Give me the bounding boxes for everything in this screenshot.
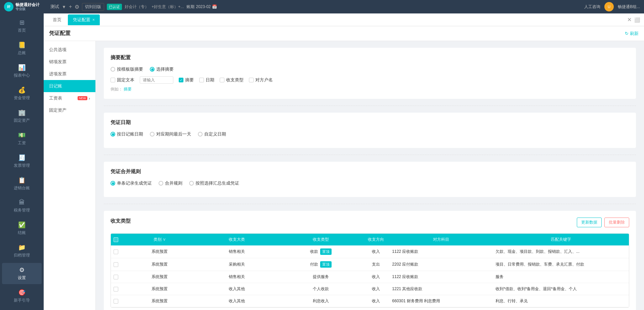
radio-single[interactable]: 单条记录生成凭证 [111,180,152,186]
table-row: 系统预置 销售相关 提供服务 收入 1122 应收账款 服务 [111,271,629,283]
left-nav-sales[interactable]: 销项发票 [44,56,95,68]
sidebar-label-salary: 工资 [18,140,26,146]
checkbox-counterparty[interactable]: 对方户名 [249,77,273,83]
radio-period-last-circle [150,132,155,137]
sidebar-item-purchase-sales[interactable]: 📋 进销台账 [2,173,42,194]
checkbox-summary[interactable]: ✓ 摘要 [179,77,194,83]
summary-config-section: 摘要配置 按模板版摘要 选择摘要 [104,48,636,99]
cb-counterparty-box [249,78,254,82]
period-label: 账期 [186,4,195,10]
sidebar-item-home[interactable]: ⊞ 首页 [2,15,42,37]
left-nav-journal-label: 日记账 [49,83,62,89]
left-nav-fixed-assets[interactable]: 固定资产 [44,104,95,116]
left-nav-payroll-label: 工资表 [49,95,62,101]
example-text: 例如： 摘要 [111,86,629,92]
sidebar-item-tax[interactable]: 🏛 税务管理 [2,196,42,217]
dropdown-icon[interactable]: ▼ [62,4,66,9]
tab-voucher-config[interactable]: 凭证配置 × [68,14,100,25]
row0-check[interactable] [111,246,124,257]
radio-select-label: 选择摘要 [156,66,174,72]
assets-icon: 🏢 [18,109,26,116]
sidebar-item-assets[interactable]: 🏢 固定资产 [2,106,42,127]
sidebar-item-guide[interactable]: 🎯 新手引导 [2,285,42,307]
voucher-date-title: 凭证日期 [111,119,629,126]
row3-check[interactable] [111,284,124,295]
sidebar-item-closing[interactable]: ✅ 结账 [2,218,42,239]
sidebar-item-settings[interactable]: ⚙ 设置 [2,263,42,284]
sidebar-item-reports[interactable]: 📊 报表中心 [2,61,42,82]
table-row: 系统预置 销售相关 收款 置顶 收入 1122 应收账款 欠款、现金、项目款、到… [111,245,629,258]
tab-home[interactable]: 首页 [48,14,67,25]
sidebar-label-tax: 税务管理 [14,207,30,213]
service-button[interactable]: 人工咨询 [584,4,600,10]
voucher-merge-radio-group: 单条记录生成凭证 合并规则 按照选择汇总生成凭证 [111,180,629,186]
row2-direction: 收入 [362,271,389,283]
sidebar: ⊞ 首页 📒 总账 📊 报表中心 💰 资金管理 🏢 固定资产 💵 工资 🧾 发票… [0,13,44,310]
reset-badge-0[interactable]: 置顶 [320,248,332,255]
ledger-icon: 📒 [18,41,26,49]
table-row: 系统预置 收入其他 个人收款 收入 1221 其他应收款 收到*借款、收到*备用… [111,283,629,295]
purchase-sales-icon: 📋 [18,177,26,184]
header-checkbox[interactable] [114,237,118,242]
left-nav-journal[interactable]: 日记账 [44,80,95,92]
user-avatar[interactable]: U [604,2,614,11]
divider-2 [104,155,636,155]
radio-select-summary[interactable]: 选择摘要 [150,66,174,72]
switch-version-button[interactable]: 切到旧版 [82,3,104,11]
th-check[interactable] [111,234,124,245]
sidebar-item-ledger[interactable]: 📒 总账 [2,38,42,59]
settings-icon[interactable]: ⚙ [75,4,79,10]
tax-icon: 🏛 [19,199,25,206]
checkbox-date[interactable]: 日期 [199,77,214,83]
row0-type: 收款 置顶 [279,245,362,258]
left-nav-fixed-assets-label: 固定资产 [49,107,67,113]
window-close-icon[interactable]: ✕ [627,16,632,23]
cb-counterparty-label: 对方户名 [255,77,273,83]
th-keyword-label: 匹配关键字 [551,237,571,242]
row2-account: 1122 应收账款 [389,271,493,283]
update-data-button[interactable]: 更新数据 [577,218,602,227]
cb-fixed-text-label: 固定文本 [117,77,134,83]
row4-check[interactable] [111,296,124,307]
radio-journal-date[interactable]: 按日记账日期 [111,131,143,137]
batch-delete-button[interactable]: 批量删除 [604,218,629,227]
row2-major: 销售相关 [195,271,279,283]
sidebar-item-archive[interactable]: 📁 归档管理 [2,240,42,262]
sidebar-item-member[interactable]: 👑 畅会员 [2,308,42,310]
checkbox-fixed-text[interactable]: 固定文本 [111,77,134,83]
table-row: 系统预置 收入其他 利息收入 收入 660301 财务费用 利息费用 利息、行转… [111,295,629,307]
reset-badge-1[interactable]: 置顶 [320,261,332,268]
left-nav-purchase[interactable]: 进项发票 [44,68,95,80]
radio-custom-date[interactable]: 自定义日期 [198,131,226,137]
sidebar-item-invoices[interactable]: 🧾 发票管理 [2,151,42,172]
company-name: 测试 [50,4,59,10]
row1-check[interactable] [111,259,124,270]
left-nav-payroll[interactable]: 工资表 NEW › [44,92,95,104]
cb-date-box [199,78,204,82]
settings-nav-icon: ⚙ [19,266,25,274]
voucher-merge-section: 凭证合并规则 单条记录生成凭证 合并规则 按照选择汇总生成凭证 [104,162,636,197]
tab-close-icon[interactable]: × [92,17,95,22]
table-header-row: 类别 ∨ 收支大类 收支类型 收支方向 [111,234,629,245]
radio-custom-circle [198,132,203,137]
radio-select-summary-merge[interactable]: 按照选择汇总生成凭证 [189,180,239,186]
window-maximize-icon[interactable]: ⬜ [634,17,640,23]
left-nav-public-label: 公共选项 [49,47,67,53]
calendar-icon[interactable]: 📅 [212,4,217,9]
good-accounting-tag: 好会计（专） [125,4,149,10]
radio-merge-rule[interactable]: 合并规则 [159,180,182,186]
row2-type: 提供服务 [279,271,362,283]
row2-check[interactable] [111,272,124,282]
radio-period-last[interactable]: 对应期间最后一天 [150,131,191,137]
divider-1 [104,106,636,106]
sidebar-item-funds[interactable]: 💰 资金管理 [2,83,42,104]
left-nav-public[interactable]: 公共选项 [44,44,95,56]
sidebar-item-salary[interactable]: 💵 工资 [2,128,42,149]
radio-template[interactable]: 按模板版摘要 [111,66,143,72]
checkbox-type[interactable]: 收支类型 [220,77,244,83]
fixed-text-input[interactable] [140,76,173,84]
th-direction-label: 收支方向 [368,237,384,242]
add-icon[interactable]: + [69,4,72,10]
radio-select-merge-label: 按照选择汇总生成凭证 [196,180,239,186]
refresh-button[interactable]: ↻ 刷新 [625,31,639,37]
